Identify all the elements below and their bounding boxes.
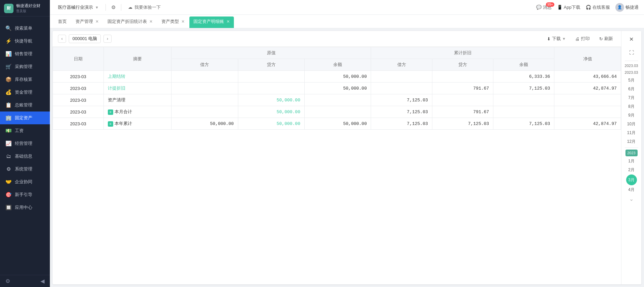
cell-accum-credit: 791.67 xyxy=(432,106,493,118)
main-content: ‹ 000001 电脑 › ⬇ 下载 ▼ 🖨 打印 xyxy=(53,31,621,284)
cell-accum-balance: 7,125.03 xyxy=(493,83,554,94)
table-row: 2023-03 计提折旧 50,000.00 791.67 7,125.03 4… xyxy=(53,83,621,94)
next-asset-button[interactable]: › xyxy=(103,35,112,43)
sidebar-item-label-inventory: 库存核算 xyxy=(15,76,32,83)
enterprise-icon: 🤝 xyxy=(5,179,11,185)
fixed-assets-icon: 🏢 xyxy=(5,115,11,121)
sidebar-item-label-app-center: 应用中心 xyxy=(15,204,32,211)
table-container: 日期 摘要 原值 累计折旧 净值 借方 贷方 余额 借方 贷方 余额 xyxy=(53,47,621,284)
tab-depreciation-stats[interactable]: 固定资产折旧统计表✕ xyxy=(103,17,157,28)
sidebar-item-app-center[interactable]: 🔲 应用中心 xyxy=(0,201,50,214)
month-item[interactable]: 2月 xyxy=(625,166,638,174)
support-btn[interactable]: 🎧 在线客服 xyxy=(586,4,610,10)
guide-icon: 🎯 xyxy=(5,192,11,198)
cell-accum-debit: 7,125.03 xyxy=(371,106,432,118)
content-area: ‹ 000001 电脑 › ⬇ 下载 ▼ 🖨 打印 xyxy=(53,31,641,284)
sidebar-item-guide[interactable]: 🎯 新手引导 xyxy=(0,188,50,201)
sidebar-item-system[interactable]: ⚙ 系统管理 xyxy=(0,163,50,176)
tab-asset-detail[interactable]: 固定资产明细账✕ xyxy=(189,17,234,28)
month-item[interactable]: 4月 xyxy=(625,186,638,194)
tab-close-asset-mgmt-icon[interactable]: ✕ xyxy=(95,19,99,24)
sidebar-item-label-funds: 资金管理 xyxy=(15,89,32,95)
ledger-icon: 📋 xyxy=(5,102,11,108)
sidebar-item-fixed-assets[interactable]: 🏢 固定资产 xyxy=(0,111,50,124)
tab-close-asset-type-icon[interactable]: ✕ xyxy=(181,19,185,24)
sidebar-item-purchase[interactable]: 🛒 采购管理 xyxy=(0,60,50,73)
tab-asset-mgmt[interactable]: 资产管理✕ xyxy=(71,17,103,28)
sidebar-item-operations[interactable]: 📈 经营管理 xyxy=(0,137,50,150)
tab-home[interactable]: 首页 xyxy=(54,17,71,28)
month-item[interactable]: 12月 xyxy=(625,137,638,146)
right-panel: ✕ ⛶ 2023.03 2023.03 5月6月7月8月9月10月11月12月 … xyxy=(621,31,641,284)
month-item[interactable]: 10月 xyxy=(625,120,638,128)
sidebar-item-salary[interactable]: 💵 工资 xyxy=(0,124,50,137)
month-item[interactable]: 5月 xyxy=(625,76,638,85)
cell-orig-credit: 50,000.00 xyxy=(238,106,304,118)
prev-asset-button[interactable]: ‹ xyxy=(58,35,66,43)
company-selector[interactable]: 医疗器械行业演示 ▼ xyxy=(55,3,101,12)
month-item[interactable]: 1月 xyxy=(625,157,638,165)
collapse-icon[interactable]: ◀ xyxy=(40,278,44,284)
cell-summary[interactable]: 上期结转 xyxy=(103,71,171,83)
sidebar-bottom: ⚙ ◀ xyxy=(0,275,50,287)
experience-button[interactable]: ☁ 我要体验一下 xyxy=(125,3,163,12)
table-row: 2023-03 ≡本月合计 50,000.00 7,125.03 791.67 xyxy=(53,106,621,118)
settings-icon[interactable]: ⚙ xyxy=(5,278,10,284)
active-month-item[interactable]: 3月 xyxy=(626,174,637,185)
download-button[interactable]: ⬇ 下载 ▼ xyxy=(544,34,569,43)
sidebar-item-inventory[interactable]: 📦 库存核算 xyxy=(0,73,50,86)
sidebar-item-quick-nav[interactable]: ⚡ 快捷导航 xyxy=(0,35,50,47)
purchase-icon: 🛒 xyxy=(5,64,11,70)
cell-orig-balance: 50,000.00 xyxy=(304,83,371,94)
sidebar-item-sales[interactable]: 📊 销售管理 xyxy=(0,47,50,60)
refresh-button[interactable]: ↻ 刷新 xyxy=(596,34,616,43)
cell-date: 2023-03 xyxy=(53,71,104,83)
cell-summary[interactable]: 计提折旧 xyxy=(103,83,171,94)
sidebar-item-ledger[interactable]: 📋 总账管理 xyxy=(0,99,50,111)
sidebar-item-enterprise[interactable]: 🤝 企业协同 xyxy=(0,176,50,188)
col-accumulated: 累计折旧 xyxy=(371,47,554,59)
cell-orig-credit: 50,000.00 xyxy=(238,94,304,106)
prev-icon: ‹ xyxy=(61,36,63,41)
panel-scroll-down-icon[interactable]: ⌄ xyxy=(628,194,635,203)
cell-orig-debit xyxy=(172,71,238,83)
cell-date: 2023-03 xyxy=(53,118,104,130)
sidebar-item-base-info[interactable]: 🗂 基础信息 xyxy=(0,150,50,163)
month-item[interactable]: 11月 xyxy=(625,129,638,137)
message-btn[interactable]: 💬 消息 99+ xyxy=(536,4,552,10)
app-download-btn[interactable]: 📱 App下载 xyxy=(557,4,580,10)
search-icon: 🔍 xyxy=(5,25,11,31)
tab-label-depreciation-stats: 固定资产折旧统计表 xyxy=(108,19,147,25)
col-original-value: 原值 xyxy=(172,47,371,59)
cell-summary: ≡本年累计 xyxy=(103,118,171,130)
sidebar-item-search[interactable]: 🔍 搜索菜单 xyxy=(0,22,50,35)
month-item[interactable]: 6月 xyxy=(625,85,638,93)
user-btn[interactable]: 👤 畅捷通 xyxy=(615,3,639,12)
tab-close-asset-detail-icon[interactable]: ✕ xyxy=(226,19,230,24)
download-icon: ⬇ xyxy=(547,36,551,41)
support-label: 在线客服 xyxy=(592,4,610,10)
cell-net-value: 43,666.64 xyxy=(554,71,621,83)
month-item[interactable]: 7月 xyxy=(625,94,638,102)
inventory-icon: 📦 xyxy=(5,76,11,83)
cell-date: 2023-03 xyxy=(53,94,104,106)
settings-gear-icon[interactable]: ⚙ xyxy=(110,3,117,12)
tab-asset-type[interactable]: 资产类型✕ xyxy=(157,17,189,28)
tab-close-depreciation-stats-icon[interactable]: ✕ xyxy=(149,19,153,24)
sidebar-item-funds[interactable]: 💰 资金管理 xyxy=(0,86,50,99)
close-panel-button[interactable]: ✕ xyxy=(625,33,638,45)
cell-accum-debit: 7,125.03 xyxy=(371,94,432,106)
month-item[interactable]: 9月 xyxy=(625,111,638,120)
expand-panel-button[interactable]: ⛶ xyxy=(625,46,638,59)
year-2023-label[interactable]: 2023 xyxy=(625,150,638,156)
base-info-icon: 🗂 xyxy=(5,153,11,159)
cell-orig-credit xyxy=(238,71,304,83)
month-item[interactable]: 8月 xyxy=(625,102,638,111)
sidebar-item-label-ledger: 总账管理 xyxy=(15,102,32,108)
logo-icon: 财 xyxy=(4,4,13,13)
table-row: 2023-03 ≡本年累计 50,000.00 50,000.00 50,000… xyxy=(53,118,621,130)
print-button[interactable]: 🖨 打印 xyxy=(573,34,592,43)
col-summary: 摘要 xyxy=(103,47,171,71)
cell-accum-debit xyxy=(371,71,432,83)
cell-accum-debit xyxy=(371,83,432,94)
